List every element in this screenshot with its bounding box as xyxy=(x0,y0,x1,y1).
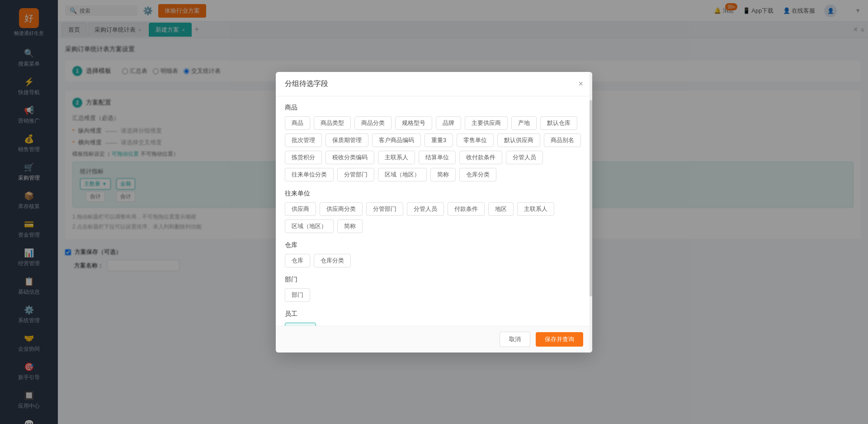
field-tag[interactable]: 商品分类 xyxy=(354,116,392,130)
field-section-dept: 部门 部门 xyxy=(285,276,583,302)
field-tag[interactable]: 商品类型 xyxy=(314,116,351,130)
field-tag[interactable]: 简称 xyxy=(430,168,456,181)
field-tag[interactable]: 仓库分类 xyxy=(314,254,351,267)
field-tag[interactable]: 简称 xyxy=(337,219,363,233)
modal-body: 商品 商品 商品类型 商品分类 规格型号 品牌 主要供应商 产地 默认仓库 批次… xyxy=(276,96,592,326)
field-tag[interactable]: 分管人员 xyxy=(407,202,444,216)
field-tag[interactable]: 往来单位分类 xyxy=(285,168,334,181)
field-tag[interactable]: 仓库 xyxy=(285,254,310,267)
modal-header: 分组待选字段 × xyxy=(276,72,592,96)
section-title-partner: 往来单位 xyxy=(285,190,583,198)
field-tag-staff[interactable]: 业务员 xyxy=(285,323,316,326)
modal-title: 分组待选字段 xyxy=(285,79,328,89)
field-tags-dept: 部门 xyxy=(285,288,583,302)
field-tag[interactable]: 拣货积分 xyxy=(285,151,322,164)
field-tag[interactable]: 仓库分类 xyxy=(459,168,496,181)
section-title-goods: 商品 xyxy=(285,104,583,112)
field-section-warehouse: 仓库 仓库 仓库分类 xyxy=(285,241,583,267)
field-tag[interactable]: 付款条件 xyxy=(448,202,485,216)
field-tag[interactable]: 重量3 xyxy=(425,133,453,147)
field-tags-goods: 商品 商品类型 商品分类 规格型号 品牌 主要供应商 产地 默认仓库 批次管理 … xyxy=(285,116,583,181)
section-title-dept: 部门 xyxy=(285,276,583,284)
field-tags-staff: 业务员 xyxy=(285,323,583,326)
field-tag[interactable]: 默认仓库 xyxy=(540,116,577,130)
modal-overlay: 分组待选字段 × 商品 商品 商品类型 商品分类 规格型号 品牌 主要供应商 xyxy=(58,0,868,424)
scrollbar-thumb[interactable] xyxy=(590,100,592,296)
field-tag[interactable]: 批次管理 xyxy=(285,133,322,147)
field-section-goods: 商品 商品 商品类型 商品分类 规格型号 品牌 主要供应商 产地 默认仓库 批次… xyxy=(285,104,583,181)
save-query-button[interactable]: 保存并查询 xyxy=(536,332,583,347)
field-tag[interactable]: 保质期管理 xyxy=(326,133,368,147)
field-tag[interactable]: 客户商品编码 xyxy=(372,133,421,147)
field-tag[interactable]: 供应商 xyxy=(285,202,316,216)
section-title-staff: 员工 xyxy=(285,310,583,318)
field-tag[interactable]: 分管部门 xyxy=(366,202,403,216)
field-tag[interactable]: 产地 xyxy=(511,116,537,130)
field-tags-partner: 供应商 供应商分类 分管部门 分管人员 付款条件 地区 主联系人 区域（地区） … xyxy=(285,202,583,233)
section-title-warehouse: 仓库 xyxy=(285,241,583,249)
field-section-staff: 员工 业务员 xyxy=(285,310,583,326)
field-tag[interactable]: 分管人员 xyxy=(506,151,543,164)
field-tag[interactable]: 主联系人 xyxy=(517,202,554,216)
field-tag[interactable]: 区域（地区） xyxy=(285,219,334,233)
field-tag[interactable]: 供应商分类 xyxy=(320,202,363,216)
field-section-partner: 往来单位 供应商 供应商分类 分管部门 分管人员 付款条件 地区 主联系人 区域… xyxy=(285,190,583,233)
field-tag[interactable]: 品牌 xyxy=(436,116,461,130)
field-tag[interactable]: 结算单位 xyxy=(419,151,456,164)
field-tag[interactable]: 分管部门 xyxy=(337,168,374,181)
field-tag[interactable]: 税收分类编码 xyxy=(326,151,374,164)
field-tag[interactable]: 地区 xyxy=(488,202,514,216)
field-tag[interactable]: 收付款条件 xyxy=(459,151,502,164)
field-tag[interactable]: 主要供应商 xyxy=(465,116,508,130)
modal: 分组待选字段 × 商品 商品 商品类型 商品分类 规格型号 品牌 主要供应商 xyxy=(276,72,592,353)
field-tag[interactable]: 规格型号 xyxy=(395,116,432,130)
scrollbar-track xyxy=(590,72,592,353)
modal-footer: 取消 保存并查询 xyxy=(276,326,592,353)
field-tag[interactable]: 默认供应商 xyxy=(497,133,540,147)
field-tag[interactable]: 零售单位 xyxy=(457,133,494,147)
field-tag[interactable]: 主联系人 xyxy=(378,151,415,164)
field-tags-warehouse: 仓库 仓库分类 xyxy=(285,254,583,267)
field-tag[interactable]: 商品 xyxy=(285,116,310,130)
field-tag[interactable]: 部门 xyxy=(285,288,310,302)
main-area: 🔍 ⚙️ 体验行业方案 🔔 消息 99+ 📱 App下载 👤 在线客服 xyxy=(58,0,868,424)
cancel-button[interactable]: 取消 xyxy=(500,332,530,347)
field-tag[interactable]: 区域（地区） xyxy=(378,168,427,181)
field-tag[interactable]: 商品别名 xyxy=(544,133,581,147)
modal-close-button[interactable]: × xyxy=(578,79,583,89)
